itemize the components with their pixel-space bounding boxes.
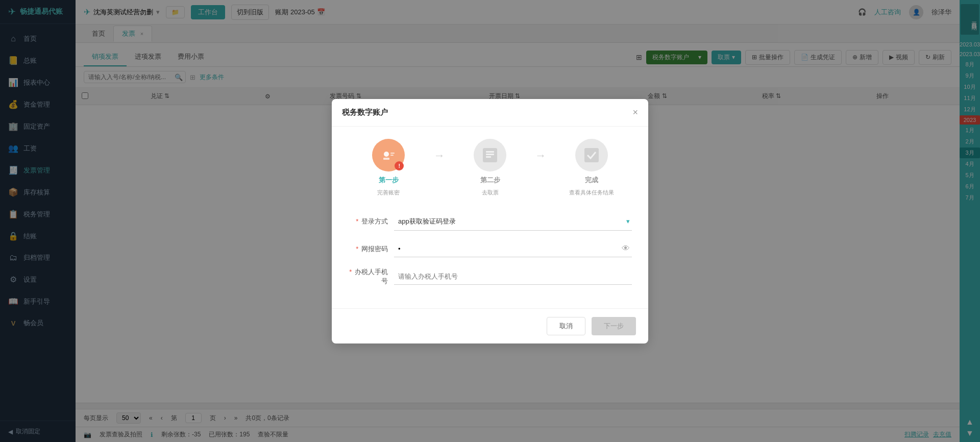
required-mark-1: * xyxy=(356,217,358,225)
svg-rect-7 xyxy=(486,154,494,155)
required-mark-2: * xyxy=(356,245,358,253)
svg-rect-9 xyxy=(584,148,599,162)
modal-overlay: 税务数字账户 × xyxy=(0,0,980,442)
step-3-label: 完成 xyxy=(585,176,598,185)
step-3: 完成 查看具体任务结果 xyxy=(551,139,632,197)
phone-field: * 办税人手机号 xyxy=(348,267,632,286)
step-2-icon-wrap xyxy=(474,139,506,171)
password-input[interactable] xyxy=(394,243,622,255)
phone-field-wrap xyxy=(394,268,632,285)
svg-rect-6 xyxy=(486,151,494,153)
password-label: * 网报密码 xyxy=(348,244,394,254)
step-1: ! 第一步 完善账密 xyxy=(348,139,429,197)
step-arrow-1: → xyxy=(429,139,450,162)
badge-icon: ! xyxy=(398,163,400,169)
login-method-label: * 登录方式 xyxy=(348,217,394,226)
next-btn[interactable]: 下一步 xyxy=(592,317,636,335)
phone-label: * 办税人手机号 xyxy=(348,267,394,286)
step-1-icon-wrap: ! xyxy=(372,139,405,171)
step-2-label: 第二步 xyxy=(480,176,500,185)
modal-title: 税务数字账户 xyxy=(342,108,388,117)
step-arrow-2: → xyxy=(530,139,551,162)
svg-rect-4 xyxy=(390,155,394,156)
eye-icon[interactable]: 👁 xyxy=(622,244,632,253)
login-method-dropdown-icon: ▾ xyxy=(626,217,632,225)
cancel-btn[interactable]: 取消 xyxy=(547,317,585,335)
step-3-icon-wrap xyxy=(575,139,608,171)
modal-body: ! 第一步 完善账密 → xyxy=(332,127,648,308)
password-text: 网报密码 xyxy=(361,245,388,253)
step-3-desc: 查看具体任务结果 xyxy=(569,189,614,197)
step-2: 第二步 去取票 xyxy=(450,139,531,197)
password-field: * 网报密码 👁 xyxy=(348,241,632,257)
required-mark-3: * xyxy=(349,268,352,276)
phone-input[interactable] xyxy=(394,271,632,282)
login-method-text: 登录方式 xyxy=(361,217,388,225)
svg-point-1 xyxy=(384,152,389,157)
login-method-value: app获取验证码登录 xyxy=(394,215,626,228)
phone-text: 办税人手机号 xyxy=(355,268,388,285)
step-1-svg xyxy=(379,146,398,164)
svg-rect-2 xyxy=(383,158,389,160)
step-1-desc: 完善账密 xyxy=(377,189,400,197)
step-2-desc: 去取票 xyxy=(482,189,499,197)
step-3-svg xyxy=(582,146,601,164)
svg-rect-8 xyxy=(486,156,491,158)
steps-container: ! 第一步 完善账密 → xyxy=(348,139,632,197)
step-2-svg xyxy=(481,146,499,164)
step-1-label: 第一步 xyxy=(379,176,399,185)
login-method-select-wrap[interactable]: app获取验证码登录 ▾ xyxy=(394,213,632,231)
login-method-field: * 登录方式 app获取验证码登录 ▾ xyxy=(348,213,632,231)
password-field-wrap: 👁 xyxy=(394,241,632,257)
tax-digital-modal: 税务数字账户 × xyxy=(332,99,648,343)
modal-footer: 取消 下一步 xyxy=(332,308,648,343)
svg-rect-3 xyxy=(390,153,395,154)
modal-close-btn[interactable]: × xyxy=(632,107,638,118)
step-1-badge: ! xyxy=(395,161,404,170)
modal-header: 税务数字账户 × xyxy=(332,99,648,127)
